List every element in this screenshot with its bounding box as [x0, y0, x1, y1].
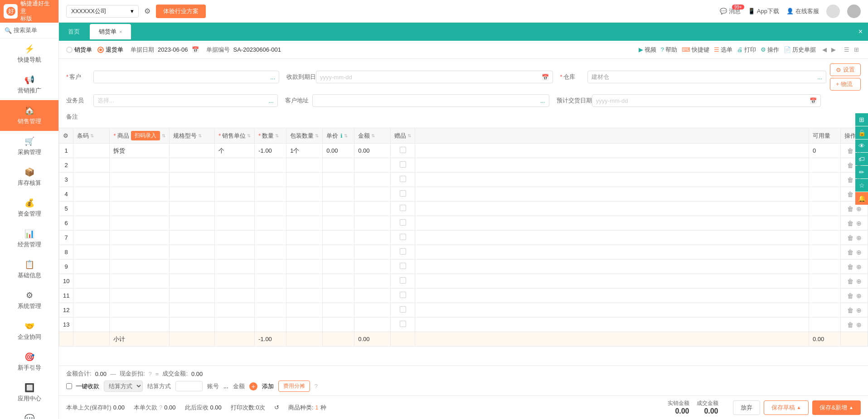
cell-price-2[interactable] [323, 158, 354, 173]
sidebar-item-purchase[interactable]: 🛒 采购管理 [0, 131, 58, 162]
cell-barcode-3[interactable] [73, 173, 110, 187]
cell-spec-11[interactable] [170, 289, 215, 303]
tabbar-close-icon[interactable]: × [858, 28, 863, 36]
gift-checkbox-4[interactable] [400, 190, 406, 197]
copy-row-icon-10[interactable]: ⊕ [856, 278, 862, 285]
cell-qty-6[interactable] [255, 216, 286, 231]
cell-barcode-6[interactable] [73, 216, 110, 231]
cell-barcode-8[interactable] [73, 245, 110, 260]
save-new-btn[interactable]: 保存&新增 ▲ [812, 400, 861, 415]
cell-gift-11[interactable] [391, 289, 415, 303]
cell-gift-7[interactable] [391, 231, 415, 245]
cell-pkg-3[interactable] [286, 173, 323, 187]
copy-row-icon-5[interactable]: ⊕ [856, 205, 862, 212]
one-click-pay[interactable]: 一键收款 [66, 382, 99, 390]
cell-unit-2[interactable] [215, 158, 255, 173]
logistics-btn[interactable]: + 物流 [830, 78, 861, 91]
cell-goods-8[interactable] [110, 245, 170, 260]
cell-amount-7[interactable] [354, 231, 391, 245]
cell-price-8[interactable] [323, 245, 354, 260]
tab-close-icon[interactable]: × [119, 29, 122, 34]
cell-gift-1[interactable] [391, 144, 415, 158]
cell-spec-13[interactable] [170, 318, 215, 332]
delete-row-icon-8[interactable]: 🗑 [847, 249, 853, 256]
cell-unit-10[interactable] [215, 274, 255, 289]
cell-qty-10[interactable] [255, 274, 286, 289]
cell-price-5[interactable] [323, 202, 354, 216]
copy-row-icon-11[interactable]: ⊕ [856, 292, 862, 299]
rf-lock-btn[interactable]: 🔒 [855, 126, 868, 139]
cell-goods-2[interactable] [110, 158, 170, 173]
customer-input[interactable]: ... [93, 71, 279, 83]
nav-next-icon[interactable]: ▶ [829, 45, 838, 54]
cell-price-10[interactable] [323, 274, 354, 289]
cell-amount-5[interactable] [354, 202, 391, 216]
gift-checkbox-7[interactable] [400, 234, 406, 240]
cell-barcode-12[interactable] [73, 303, 110, 318]
cell-pkg-5[interactable] [286, 202, 323, 216]
cell-unit-13[interactable] [215, 318, 255, 332]
rf-tag-btn[interactable]: 🏷 [855, 153, 868, 165]
cell-gift-9[interactable] [391, 260, 415, 274]
cell-pkg-7[interactable] [286, 231, 323, 245]
delete-row-icon-11[interactable]: 🗑 [847, 292, 853, 299]
sidebar-item-wechat[interactable]: 💬 企业微信 [0, 408, 58, 419]
sidebar-item-operation[interactable]: 📊 经营管理 [0, 223, 58, 254]
cell-pkg-6[interactable] [286, 216, 323, 231]
online-service-btn[interactable]: 👤 在线客服 [786, 7, 819, 15]
sidebar-item-sales[interactable]: 🏠 销售管理 [0, 100, 58, 131]
remark-input[interactable] [83, 111, 861, 123]
nav-prev-icon[interactable]: ◀ [820, 45, 829, 54]
cell-qty-5[interactable] [255, 202, 286, 216]
cell-spec-12[interactable] [170, 303, 215, 318]
cell-pkg-4[interactable] [286, 187, 323, 202]
cell-goods-7[interactable] [110, 231, 170, 245]
gift-checkbox-5[interactable] [400, 205, 406, 211]
cell-qty-2[interactable] [255, 158, 286, 173]
cell-qty-1[interactable]: -1.00 [255, 144, 286, 158]
cell-pkg-11[interactable] [286, 289, 323, 303]
cell-unit-12[interactable] [215, 303, 255, 318]
cell-amount-11[interactable] [354, 289, 391, 303]
delete-row-icon-9[interactable]: 🗑 [847, 263, 853, 270]
cell-qty-3[interactable] [255, 173, 286, 187]
salesperson-input[interactable]: 选择... ... [93, 94, 278, 107]
cell-goods-4[interactable] [110, 187, 170, 202]
delete-row-icon-3[interactable]: 🗑 [847, 176, 853, 183]
print-btn[interactable]: 🖨 打印 [737, 46, 756, 54]
cell-qty-11[interactable] [255, 289, 286, 303]
delete-row-icon-2[interactable]: 🗑 [847, 162, 853, 169]
scan-btn[interactable]: 扫码录入 [131, 131, 160, 140]
user-avatar2[interactable] [847, 5, 861, 18]
date-calendar-icon[interactable]: 📅 [192, 46, 199, 53]
cell-unit-11[interactable] [215, 289, 255, 303]
rf-notice-btn[interactable]: 🔔 [855, 192, 868, 205]
print-info[interactable]: 打印次数:0次 [231, 404, 265, 412]
rf-star-btn[interactable]: ☆ [855, 179, 868, 192]
cell-price-12[interactable] [323, 303, 354, 318]
sidebar-item-quick-nav[interactable]: ⚡ 快捷导航 [0, 39, 58, 69]
settings-btn[interactable]: ⚙ 设置 [830, 63, 861, 76]
goods-type-info[interactable]: 商品种类: 1 种 [288, 404, 326, 412]
gift-checkbox-2[interactable] [400, 161, 406, 168]
cell-amount-2[interactable] [354, 158, 391, 173]
app-download-btn[interactable]: 📱 App下载 [748, 7, 779, 15]
grid-view-icon[interactable]: ⊞ [852, 45, 861, 54]
cell-goods-5[interactable] [110, 202, 170, 216]
rf-expand-btn[interactable]: ⊞ [855, 113, 868, 126]
gift-checkbox-12[interactable] [400, 306, 406, 313]
try-industry-btn[interactable]: 体验行业方案 [156, 5, 206, 18]
cell-amount-10[interactable] [354, 274, 391, 289]
sidebar-item-app[interactable]: 🔲 应用中心 [0, 377, 58, 408]
cell-pkg-2[interactable] [286, 158, 323, 173]
cell-gift-4[interactable] [391, 187, 415, 202]
cell-goods-13[interactable] [110, 318, 170, 332]
cell-gift-2[interactable] [391, 158, 415, 173]
cell-barcode-7[interactable] [73, 231, 110, 245]
cell-price-7[interactable] [323, 231, 354, 245]
cell-barcode-11[interactable] [73, 289, 110, 303]
sidebar-search[interactable]: 🔍 搜索菜单 [0, 23, 58, 39]
user-avatar[interactable] [826, 5, 840, 18]
cell-gift-12[interactable] [391, 303, 415, 318]
topbar-settings-icon[interactable]: ⚙ [144, 7, 150, 15]
